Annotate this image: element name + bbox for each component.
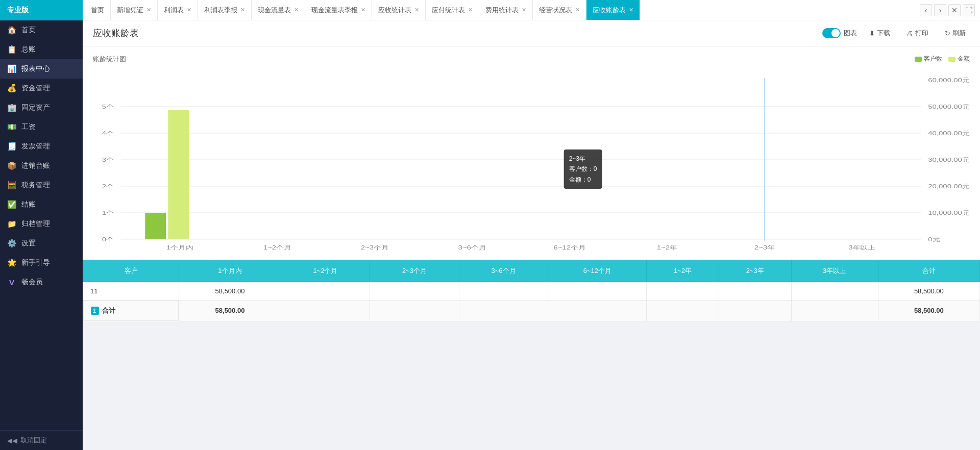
total-icon: Σ bbox=[91, 307, 99, 315]
tab-home[interactable]: 首页 bbox=[85, 0, 111, 20]
tab-expense-stats-label: 费用统计表 bbox=[485, 6, 519, 15]
sidebar-item-settings[interactable]: ⚙️ 设置 bbox=[0, 234, 83, 253]
sidebar-item-tax-label: 税务管理 bbox=[21, 181, 50, 190]
tab-fullscreen-btn[interactable]: ⛶ bbox=[963, 4, 975, 16]
legend-amount-color bbox=[948, 57, 955, 62]
download-btn[interactable]: ⬇ 下载 bbox=[865, 27, 894, 40]
td-total-month6-12 bbox=[548, 301, 647, 321]
table-area: 客户 1个月内 1~2个月 2~3个月 3~6个月 6~12个月 1~2年 2~… bbox=[83, 260, 980, 321]
refresh-icon: ↻ bbox=[945, 30, 950, 37]
sidebar-item-archive-label: 归档管理 bbox=[21, 219, 50, 229]
tab-expense-stats[interactable]: 费用统计表 ✕ bbox=[479, 0, 533, 20]
tab-cashflow-quarter-close[interactable]: ✕ bbox=[361, 7, 365, 13]
vip-icon: V bbox=[7, 278, 16, 287]
tab-voucher-close[interactable]: ✕ bbox=[146, 7, 151, 13]
sidebar-item-vip[interactable]: V 畅会员 bbox=[0, 272, 83, 292]
svg-text:3~6个月: 3~6个月 bbox=[458, 244, 486, 251]
tab-profit[interactable]: 利润表 ✕ bbox=[158, 0, 198, 20]
tab-business-stats-label: 经营状况表 bbox=[539, 6, 572, 15]
legend-customer-color bbox=[915, 57, 922, 62]
td-total-year1-2 bbox=[647, 301, 719, 321]
td-total-month1: 58,500.00 bbox=[179, 301, 281, 321]
tab-ar-stats[interactable]: 应收统计表 ✕ bbox=[372, 0, 426, 20]
sidebar-item-inventory-label: 进销台账 bbox=[21, 161, 50, 170]
td-month2-3 bbox=[370, 282, 459, 301]
table-row: 11 58,500.00 58,500.00 bbox=[83, 282, 980, 301]
tab-profit-quarter-label: 利润表季报 bbox=[204, 6, 237, 15]
td-total-month2-3 bbox=[370, 301, 459, 321]
print-btn[interactable]: 🖨 打印 bbox=[902, 27, 933, 40]
tab-next-btn[interactable]: › bbox=[934, 4, 946, 16]
print-icon: 🖨 bbox=[906, 30, 913, 37]
svg-text:3个: 3个 bbox=[102, 157, 114, 163]
svg-text:2个: 2个 bbox=[102, 183, 114, 190]
table-header-row: 客户 1个月内 1~2个月 2~3个月 3~6个月 6~12个月 1~2年 2~… bbox=[83, 260, 980, 282]
svg-text:0个: 0个 bbox=[102, 236, 114, 243]
sidebar-item-payroll[interactable]: 💵 工资 bbox=[0, 117, 83, 137]
tab-prev-btn[interactable]: ‹ bbox=[920, 4, 932, 16]
sidebar-item-home-label: 首页 bbox=[21, 26, 36, 35]
td-year1-2 bbox=[647, 282, 719, 301]
sidebar-item-payroll-label: 工资 bbox=[21, 122, 36, 132]
sidebar-item-ledger-label: 总账 bbox=[21, 45, 36, 54]
sidebar-item-invoice[interactable]: 🧾 发票管理 bbox=[0, 137, 83, 156]
tab-expense-stats-close[interactable]: ✕ bbox=[522, 7, 526, 13]
refresh-btn[interactable]: ↻ 刷新 bbox=[941, 27, 970, 40]
tab-voucher[interactable]: 新增凭证 ✕ bbox=[111, 0, 158, 20]
sidebar-item-invoice-label: 发票管理 bbox=[21, 142, 50, 151]
table-total-row: Σ 合计 58,500.00 58,500.00 bbox=[83, 301, 980, 321]
tab-ar-aging[interactable]: 应收账龄表 ✕ bbox=[586, 0, 640, 20]
tab-cashflow[interactable]: 现金流量表 ✕ bbox=[252, 0, 305, 20]
total-label-text: 合计 bbox=[102, 306, 115, 315]
reports-icon: 📊 bbox=[7, 64, 16, 73]
sidebar-item-funds[interactable]: 💰 资金管理 bbox=[0, 79, 83, 98]
legend-customer-label: 客户数 bbox=[924, 55, 942, 63]
td-month3-6 bbox=[459, 282, 548, 301]
th-customer: 客户 bbox=[83, 260, 179, 282]
collapse-arrow-icon: ◀◀ bbox=[7, 437, 17, 444]
tab-close-all-btn[interactable]: ✕ bbox=[948, 4, 961, 16]
toggle-track[interactable] bbox=[822, 28, 841, 38]
tab-profit-quarter[interactable]: 利润表季报 ✕ bbox=[198, 0, 252, 20]
tab-cashflow-close[interactable]: ✕ bbox=[294, 7, 299, 13]
tab-profit-quarter-close[interactable]: ✕ bbox=[240, 7, 245, 13]
th-year2-3: 2~3年 bbox=[719, 260, 791, 282]
tab-cashflow-label: 现金流量表 bbox=[258, 6, 291, 15]
bar-customer-month1 bbox=[145, 213, 166, 239]
tab-business-stats-close[interactable]: ✕ bbox=[575, 7, 580, 13]
chart-toggle[interactable]: 图表 bbox=[822, 28, 857, 38]
tab-ap-stats[interactable]: 应付统计表 ✕ bbox=[426, 0, 479, 20]
sidebar-item-reports[interactable]: 📊 报表中心 bbox=[0, 59, 83, 79]
tab-profit-label: 利润表 bbox=[164, 6, 184, 15]
th-month1: 1个月内 bbox=[179, 260, 281, 282]
sidebar-item-assets[interactable]: 🏢 固定资产 bbox=[0, 98, 83, 117]
sidebar-item-vip-label: 畅会员 bbox=[21, 278, 43, 287]
tab-business-stats[interactable]: 经营状况表 ✕ bbox=[533, 0, 586, 20]
invoice-icon: 🧾 bbox=[7, 142, 16, 151]
sidebar-item-tax[interactable]: 🧮 税务管理 bbox=[0, 176, 83, 195]
td-month1-2 bbox=[281, 282, 370, 301]
assets-icon: 🏢 bbox=[7, 103, 16, 112]
tab-ar-stats-label: 应收统计表 bbox=[378, 6, 411, 15]
tab-ap-stats-close[interactable]: ✕ bbox=[468, 7, 473, 13]
sidebar-item-inventory[interactable]: 📦 进销台账 bbox=[0, 156, 83, 176]
tab-ar-stats-close[interactable]: ✕ bbox=[414, 7, 419, 13]
tab-profit-close[interactable]: ✕ bbox=[187, 7, 191, 13]
svg-text:1个: 1个 bbox=[102, 210, 114, 216]
svg-text:20,000.00元: 20,000.00元 bbox=[928, 183, 970, 190]
sidebar-item-closing-label: 结账 bbox=[21, 200, 36, 209]
svg-text:1个月内: 1个月内 bbox=[166, 244, 193, 251]
sidebar-item-guide[interactable]: 🌟 新手引导 bbox=[0, 253, 83, 272]
td-total-year2-3 bbox=[719, 301, 791, 321]
chart-toggle-label: 图表 bbox=[844, 29, 857, 38]
app-logo: 专业版 bbox=[0, 0, 83, 20]
sidebar-item-archive[interactable]: 📁 归档管理 bbox=[0, 214, 83, 234]
sidebar-item-closing[interactable]: ✅ 结账 bbox=[0, 195, 83, 214]
tab-cashflow-quarter[interactable]: 现金流量表季报 ✕ bbox=[305, 0, 372, 20]
sidebar-item-home[interactable]: 🏠 首页 bbox=[0, 20, 83, 40]
sidebar-item-assets-label: 固定资产 bbox=[21, 103, 50, 112]
tab-ar-aging-close[interactable]: ✕ bbox=[629, 7, 633, 13]
sidebar-item-ledger[interactable]: 📋 总账 bbox=[0, 40, 83, 59]
sidebar-collapse-btn[interactable]: ◀◀ 取消固定 bbox=[0, 430, 83, 450]
page-title: 应收账龄表 bbox=[93, 27, 139, 39]
